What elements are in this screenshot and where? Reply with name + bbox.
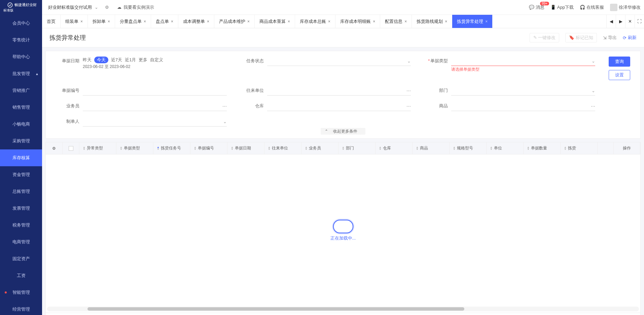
close-icon[interactable]: × <box>171 19 173 24</box>
sidebar-item[interactable]: 固定资产 <box>0 250 42 267</box>
close-icon[interactable]: × <box>328 19 330 24</box>
tab[interactable]: 商品成本重算× <box>255 15 295 28</box>
tab[interactable]: 拣货路线规划× <box>412 15 452 28</box>
tab[interactable]: 分量盘点单× <box>115 15 151 28</box>
date-more[interactable]: 更多 <box>139 57 147 63</box>
sort-icon: ▲▼ <box>342 146 345 150</box>
sidebar-item[interactable]: 会员中心 <box>0 15 42 32</box>
support[interactable]: 🎧 在线客服 <box>580 4 604 10</box>
date-yesterday[interactable]: 昨天 <box>83 57 92 63</box>
tab[interactable]: 组装单× <box>61 15 88 28</box>
close-icon[interactable]: × <box>485 19 488 24</box>
close-icon[interactable]: × <box>108 19 110 24</box>
sidebar-item[interactable]: 电商管理 <box>0 234 42 250</box>
export-button[interactable]: ⇲ 导出 <box>603 35 617 41</box>
column-header[interactable]: ▲▼单据编号 <box>190 142 227 154</box>
sidebar-item[interactable]: 库存核算 <box>0 149 42 166</box>
column-header[interactable]: ▲▼仓库 <box>375 142 413 154</box>
sidebar-item[interactable]: 总账管理 <box>0 183 42 200</box>
filter-task-status[interactable]: 任务状态 ⌄ <box>240 57 411 66</box>
product-selector[interactable]: 好业财标准版交付试用 ⌄ <box>48 4 98 10</box>
sort-icon: ▲▼ <box>527 146 530 150</box>
filter-doc-no[interactable]: 单据编号 <box>56 86 227 96</box>
sidebar-item[interactable]: 帮助中心 <box>0 48 42 65</box>
gear-icon[interactable]: ⚙ <box>105 5 109 10</box>
tab[interactable]: 成本调整单× <box>178 15 214 28</box>
tab[interactable]: 库存成本总账× <box>295 15 335 28</box>
fullscreen-icon[interactable]: ⛶ <box>635 15 644 28</box>
messages[interactable]: 💬 消息 99+ <box>529 4 544 10</box>
filter-doc-type[interactable]: 单据类型 ⌄ 请选择单据类型 <box>424 57 595 72</box>
date-custom[interactable]: 自定义 <box>150 57 163 63</box>
sidebar-item[interactable]: 工资 <box>0 267 42 284</box>
table-settings-icon[interactable]: ⚙ <box>46 142 63 154</box>
date-7d[interactable]: 近7天 <box>111 57 122 63</box>
close-icon[interactable]: × <box>373 19 375 24</box>
refresh-button[interactable]: ⟳ 刷新 <box>623 35 637 41</box>
filter-dept[interactable]: 部门 ⌄ <box>424 86 595 96</box>
sidebar-item[interactable]: 税务管理 <box>0 217 42 234</box>
sidebar-item[interactable]: 经营管理 <box>0 301 42 315</box>
close-icon[interactable]: × <box>207 19 209 24</box>
tab[interactable]: 配置信息× <box>380 15 412 28</box>
close-icon[interactable]: × <box>445 19 447 24</box>
column-header[interactable]: ▲▼规格型号 <box>450 142 487 154</box>
tab-scroll-right[interactable]: ▶ <box>616 15 625 28</box>
sidebar-item[interactable]: 零售统计 <box>0 32 42 48</box>
query-button[interactable]: 查询 <box>609 57 630 67</box>
close-icon[interactable]: × <box>144 19 146 24</box>
filter-warehouse[interactable]: 仓库 ⋯ <box>240 102 411 111</box>
tab[interactable]: 库存成本明细账× <box>335 15 380 28</box>
column-header[interactable]: ▲▼单位 <box>487 142 524 154</box>
tab-scroll-left[interactable]: ◀ <box>606 15 616 28</box>
column-header[interactable]: ▲▼拣货任务号 <box>153 142 190 154</box>
column-header[interactable]: ▲▼往来单位 <box>264 142 301 154</box>
sidebar-item[interactable]: 营销推广 <box>0 82 42 99</box>
close-icon[interactable]: × <box>288 19 290 24</box>
select-all-checkbox[interactable] <box>63 142 79 154</box>
filter-partner[interactable]: 往来单位 ⋯ <box>240 86 411 96</box>
app-download[interactable]: 📱 App下载 <box>550 4 574 10</box>
sidebar-item[interactable]: 销售管理 <box>0 99 42 116</box>
close-icon[interactable]: × <box>247 19 250 24</box>
column-header[interactable]: ▲▼拣货 <box>561 142 598 154</box>
tab-close-all[interactable]: ✕ <box>625 15 635 28</box>
date-1m[interactable]: 近1月 <box>125 57 136 63</box>
sidebar-item[interactable]: 资金管理 <box>0 166 42 183</box>
page-title: 拣货异常处理 <box>49 34 86 42</box>
sidebar-item[interactable]: 小畅电商 <box>0 116 42 133</box>
user-menu[interactable]: 徐泽华修改 <box>610 4 641 11</box>
sidebar-item[interactable]: 采购管理 <box>0 133 42 149</box>
tab[interactable]: 首页 <box>42 15 61 28</box>
tab-bar: 首页组装单×拆卸单×分量盘点单×盘点单×成本调整单×产品成本维护×商品成本重算×… <box>42 15 644 28</box>
column-header[interactable]: ▲▼异常类型 <box>79 142 116 154</box>
more-icon: ⋯ <box>591 104 595 109</box>
column-header[interactable]: ▲▼单据数量 <box>524 142 561 154</box>
close-icon[interactable]: × <box>404 19 407 24</box>
horizontal-scrollbar[interactable] <box>47 307 639 311</box>
column-header[interactable]: ▲▼部门 <box>338 142 375 154</box>
sidebar-item[interactable]: 批发管理▲ <box>0 65 42 82</box>
tab[interactable]: 盘点单× <box>151 15 178 28</box>
filter-employee[interactable]: 业务员 ⋯ <box>56 102 227 111</box>
chevron-down-icon: ⌄ <box>223 119 227 124</box>
topbar: 畅捷通好业财 标准版 好业财标准版交付试用 ⌄ ⚙ ☁ 我要看实例演示 💬 消息… <box>0 0 644 15</box>
date-today[interactable]: 今天 <box>94 57 108 63</box>
column-header[interactable]: ▲▼单据类型 <box>116 142 153 154</box>
filter-creator[interactable]: 制单人 ⌄ <box>56 117 227 127</box>
caret-up-icon: ▲ <box>35 72 39 76</box>
column-header[interactable]: ▲▼单据日期 <box>227 142 264 154</box>
tab[interactable]: 拆卸单× <box>88 15 115 28</box>
collapse-filters[interactable]: ⌃ 收起更多条件 <box>321 128 365 135</box>
tab[interactable]: 产品成本维护× <box>214 15 255 28</box>
doc-type-error: 请选择单据类型 <box>451 67 595 72</box>
sidebar-item[interactable]: 发票管理 <box>0 200 42 217</box>
filter-product[interactable]: 商品 ⋯ <box>424 102 595 111</box>
settings-button[interactable]: 设置 <box>609 70 630 80</box>
sidebar-item[interactable]: 智能管理 <box>0 284 42 301</box>
column-header[interactable]: ▲▼业务员 <box>301 142 338 154</box>
column-header[interactable]: ▲▼商品 <box>413 142 450 154</box>
tab[interactable]: 拣货异常处理× <box>452 15 493 28</box>
demo-link[interactable]: ☁ 我要看实例演示 <box>117 4 154 10</box>
close-icon[interactable]: × <box>80 19 83 24</box>
